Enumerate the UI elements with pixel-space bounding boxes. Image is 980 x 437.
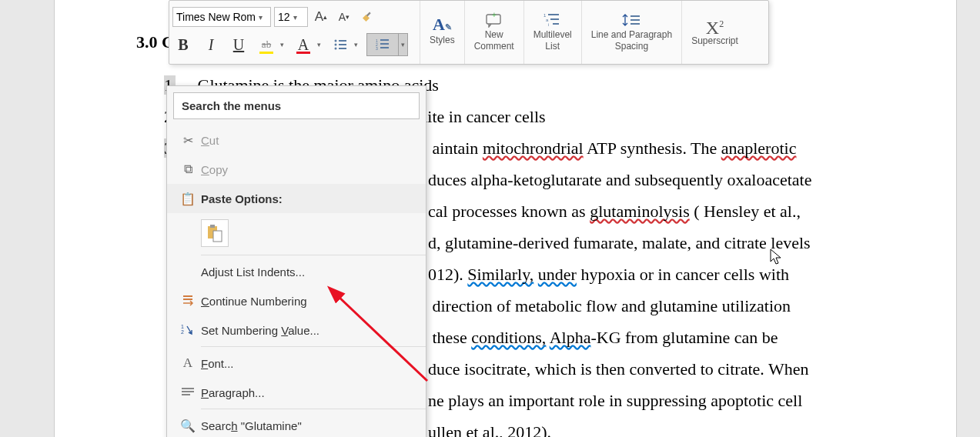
font-size-combo[interactable]: 12▾ bbox=[274, 7, 308, 27]
numbering-dropdown[interactable]: ▾ bbox=[399, 33, 408, 56]
menu-paragraph[interactable]: Paragraph... bbox=[167, 378, 426, 407]
svg-text:3: 3 bbox=[376, 46, 378, 51]
line-spacing-button[interactable]: Line and Paragraph Spacing bbox=[581, 1, 681, 64]
svg-point-3 bbox=[335, 44, 337, 46]
svg-text:+: + bbox=[492, 12, 497, 19]
svg-rect-32 bbox=[182, 391, 194, 392]
spellerror-glutaminolysis: glutaminolysis bbox=[590, 202, 690, 221]
highlight-button[interactable]: ab bbox=[256, 33, 277, 56]
svg-text:1: 1 bbox=[181, 324, 184, 329]
scissors-icon: ✂ bbox=[175, 133, 201, 148]
svg-rect-27 bbox=[183, 295, 192, 297]
context-menu: Search the menus ✂ CuCutt ⧉ Copy 📋 Paste… bbox=[166, 85, 426, 437]
svg-rect-20 bbox=[553, 23, 559, 25]
highlight-dropdown[interactable]: ▾ bbox=[277, 33, 286, 56]
spellerror-anaplerotic: anaplerotic bbox=[721, 138, 797, 158]
format-painter-button[interactable] bbox=[357, 7, 377, 27]
svg-rect-26 bbox=[213, 231, 222, 242]
grammarflag-alpha: Alpha bbox=[550, 328, 591, 347]
continue-numbering-icon bbox=[175, 294, 201, 308]
styles-button[interactable]: A✎ Styles bbox=[420, 1, 464, 64]
grammarflag-conditions: conditions, bbox=[471, 328, 546, 347]
svg-rect-33 bbox=[182, 394, 190, 395]
bullets-icon bbox=[333, 38, 347, 51]
paste-keep-source-button[interactable] bbox=[201, 219, 229, 247]
font-family-combo[interactable]: Times New Rom▾ bbox=[172, 7, 271, 27]
spellerror-mitochrondrial: mitochrondrial bbox=[483, 138, 584, 158]
svg-point-5 bbox=[335, 48, 337, 50]
font-color-swatch bbox=[296, 52, 310, 54]
svg-rect-23 bbox=[630, 23, 640, 25]
menu-continue-numbering[interactable]: Continue Numbering bbox=[167, 286, 426, 315]
paragraph-icon bbox=[175, 387, 201, 398]
multilevel-list-icon: 1ai bbox=[544, 12, 562, 28]
svg-rect-31 bbox=[182, 388, 194, 389]
clipboard-icon: 📋 bbox=[175, 192, 201, 206]
paintbrush-icon bbox=[360, 10, 374, 24]
svg-rect-18 bbox=[550, 18, 559, 20]
svg-rect-16 bbox=[548, 14, 559, 15]
menu-search-input[interactable]: Search the menus bbox=[173, 92, 420, 119]
underline-button[interactable]: U bbox=[228, 33, 249, 56]
svg-text:i: i bbox=[548, 22, 549, 27]
svg-point-1 bbox=[335, 40, 337, 42]
paste-keep-source-icon bbox=[206, 224, 223, 242]
line-spacing-icon bbox=[621, 12, 641, 28]
svg-rect-25 bbox=[210, 225, 215, 228]
font-icon: A bbox=[175, 355, 201, 371]
highlight-color-swatch bbox=[259, 52, 273, 54]
svg-rect-21 bbox=[630, 15, 640, 17]
bullets-button[interactable] bbox=[329, 33, 351, 56]
numbering-button[interactable]: 123 bbox=[366, 33, 399, 56]
menu-search-term[interactable]: 🔍 Search "Glutamine" bbox=[167, 411, 426, 437]
italic-button[interactable]: I bbox=[200, 33, 222, 56]
styles-icon: A✎ bbox=[433, 18, 452, 33]
svg-rect-12 bbox=[380, 47, 389, 48]
mouse-cursor-icon bbox=[770, 249, 784, 269]
grammarflag-similarly: Similarly, bbox=[467, 265, 533, 284]
svg-rect-4 bbox=[339, 44, 346, 45]
numbering-icon: 123 bbox=[376, 38, 390, 51]
search-icon: 🔍 bbox=[175, 419, 201, 433]
svg-rect-0 bbox=[366, 12, 371, 17]
grammarflag-under: under bbox=[538, 265, 577, 284]
list-line-2-tail: olite in cancer cells bbox=[414, 107, 545, 126]
decrease-font-button[interactable]: A▾ bbox=[334, 7, 354, 27]
set-numbering-value-icon: 12 bbox=[175, 323, 201, 337]
svg-rect-22 bbox=[630, 19, 640, 21]
svg-rect-2 bbox=[339, 40, 346, 42]
menu-cut[interactable]: ✂ CuCutt bbox=[167, 125, 426, 155]
superscript-icon: X2 bbox=[706, 18, 724, 34]
increase-font-button[interactable]: A▴ bbox=[311, 7, 331, 27]
caret-icon: ▾ bbox=[293, 13, 297, 22]
svg-rect-28 bbox=[183, 299, 192, 300]
comment-icon: + bbox=[485, 12, 503, 28]
svg-rect-6 bbox=[339, 48, 346, 49]
menu-set-numbering-value[interactable]: 12 Set Numbering Value... bbox=[167, 315, 426, 345]
menu-paste-options-header: 📋 Paste Options: bbox=[167, 184, 426, 213]
menu-paste-options bbox=[167, 213, 426, 253]
mini-toolbar: Times New Rom▾ 12▾ A▴ A▾ B I U ab ▾ bbox=[169, 0, 769, 65]
bold-button[interactable]: B bbox=[172, 33, 194, 56]
caret-icon: ▾ bbox=[259, 13, 263, 22]
menu-adjust-list-indents[interactable]: Adjust List Indents... bbox=[167, 257, 426, 286]
bullets-dropdown[interactable]: ▾ bbox=[351, 33, 360, 56]
font-color-button[interactable]: A bbox=[293, 33, 314, 56]
copy-icon: ⧉ bbox=[175, 162, 201, 176]
menu-font[interactable]: A Font... bbox=[167, 349, 426, 378]
svg-rect-8 bbox=[380, 39, 389, 41]
superscript-button[interactable]: X2 Superscript bbox=[681, 1, 748, 64]
svg-rect-10 bbox=[380, 43, 389, 45]
new-comment-button[interactable]: + New Comment bbox=[464, 1, 523, 64]
svg-text:2: 2 bbox=[181, 329, 184, 335]
font-color-dropdown[interactable]: ▾ bbox=[314, 33, 323, 56]
menu-copy[interactable]: ⧉ Copy bbox=[167, 155, 426, 184]
multilevel-list-button[interactable]: 1ai Multilevel List bbox=[523, 1, 581, 64]
